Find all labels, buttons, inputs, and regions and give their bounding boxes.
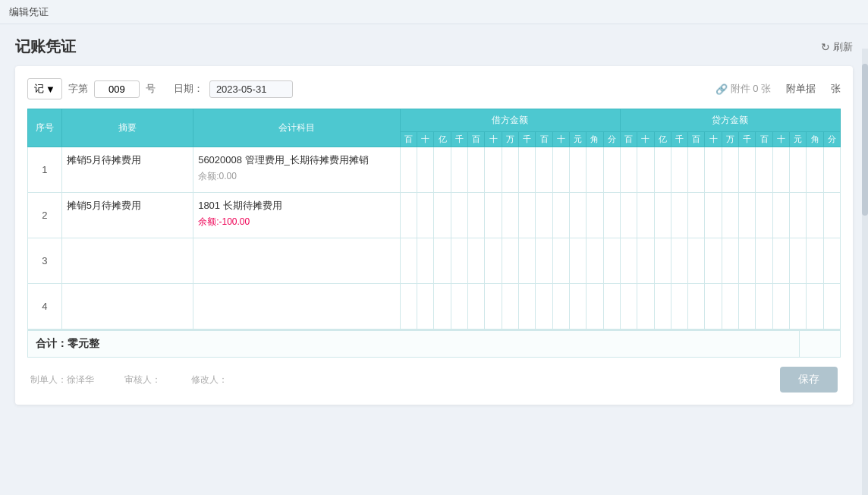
credit-digit-0-8[interactable] — [756, 147, 772, 193]
cell-account-3[interactable] — [193, 284, 401, 329]
debit-digit-1-9[interactable] — [552, 193, 569, 238]
credit-digit-1-1[interactable] — [637, 193, 654, 238]
credit-digit-0-3[interactable] — [671, 147, 687, 193]
credit-digit-2-7[interactable] — [739, 238, 756, 284]
credit-digit-3-1[interactable] — [637, 284, 654, 329]
cell-account-0[interactable]: 56020008 管理费用_长期待摊费用摊销余额:0.00 — [193, 147, 401, 193]
credit-digit-1-0[interactable] — [620, 193, 637, 238]
credit-digit-0-10[interactable] — [790, 147, 807, 193]
credit-digit-0-11[interactable] — [807, 147, 823, 193]
debit-digit-1-2[interactable] — [434, 193, 451, 238]
cell-summary-3[interactable] — [61, 284, 193, 329]
credit-digit-3-8[interactable] — [756, 284, 772, 329]
credit-digit-0-5[interactable] — [705, 147, 722, 193]
debit-digit-0-5[interactable] — [485, 147, 502, 193]
debit-digit-3-11[interactable] — [587, 284, 603, 329]
debit-digit-3-10[interactable] — [569, 284, 586, 329]
credit-digit-1-4[interactable] — [688, 193, 705, 238]
credit-digit-3-5[interactable] — [705, 284, 722, 329]
debit-digit-3-5[interactable] — [485, 284, 502, 329]
credit-digit-2-4[interactable] — [688, 238, 705, 284]
credit-digit-1-11[interactable] — [807, 193, 823, 238]
scrollbar-track[interactable] — [862, 49, 868, 495]
debit-digit-0-11[interactable] — [587, 147, 603, 193]
ji-dropdown[interactable]: 记 ▼ — [27, 78, 62, 99]
cell-account-2[interactable] — [193, 238, 401, 284]
debit-digit-2-12[interactable] — [603, 238, 620, 284]
debit-digit-0-7[interactable] — [519, 147, 536, 193]
refresh-button[interactable]: ↻ 刷新 — [821, 40, 853, 54]
fudanju-link[interactable]: 附单据 — [786, 82, 816, 96]
debit-digit-2-11[interactable] — [587, 238, 603, 284]
debit-digit-1-3[interactable] — [451, 193, 467, 238]
credit-digit-2-5[interactable] — [705, 238, 722, 284]
debit-digit-2-0[interactable] — [400, 238, 417, 284]
credit-digit-2-1[interactable] — [637, 238, 654, 284]
debit-digit-1-11[interactable] — [587, 193, 603, 238]
cell-account-1[interactable]: 1801 长期待摊费用余额:-100.00 — [193, 193, 401, 238]
debit-digit-2-5[interactable] — [485, 238, 502, 284]
credit-digit-3-4[interactable] — [688, 284, 705, 329]
credit-digit-1-8[interactable] — [756, 193, 772, 238]
credit-digit-3-11[interactable] — [807, 284, 823, 329]
debit-digit-1-10[interactable] — [569, 193, 586, 238]
credit-digit-3-0[interactable] — [620, 284, 637, 329]
credit-digit-2-11[interactable] — [807, 238, 823, 284]
credit-digit-2-3[interactable] — [671, 238, 687, 284]
credit-digit-0-1[interactable] — [637, 147, 654, 193]
credit-digit-0-9[interactable] — [772, 147, 789, 193]
debit-digit-0-0[interactable] — [400, 147, 417, 193]
credit-digit-1-7[interactable] — [739, 193, 756, 238]
debit-digit-1-1[interactable] — [417, 193, 434, 238]
credit-digit-1-9[interactable] — [772, 193, 789, 238]
attachment-link[interactable]: 🔗 附件 0 张 — [715, 82, 771, 96]
debit-digit-1-12[interactable] — [603, 193, 620, 238]
credit-digit-0-7[interactable] — [739, 147, 756, 193]
credit-digit-2-2[interactable] — [654, 238, 671, 284]
credit-digit-1-6[interactable] — [722, 193, 738, 238]
credit-digit-1-12[interactable] — [823, 193, 840, 238]
debit-digit-0-3[interactable] — [451, 147, 467, 193]
debit-digit-0-9[interactable] — [552, 147, 569, 193]
credit-digit-3-2[interactable] — [654, 284, 671, 329]
credit-digit-2-10[interactable] — [790, 238, 807, 284]
credit-digit-3-10[interactable] — [790, 284, 807, 329]
debit-digit-2-4[interactable] — [468, 238, 485, 284]
debit-digit-0-8[interactable] — [536, 147, 552, 193]
credit-digit-3-7[interactable] — [739, 284, 756, 329]
credit-digit-0-2[interactable] — [654, 147, 671, 193]
credit-digit-0-12[interactable] — [823, 147, 840, 193]
credit-digit-0-6[interactable] — [722, 147, 738, 193]
debit-digit-1-6[interactable] — [502, 193, 518, 238]
debit-digit-1-7[interactable] — [519, 193, 536, 238]
debit-digit-2-1[interactable] — [417, 238, 434, 284]
credit-digit-2-12[interactable] — [823, 238, 840, 284]
debit-digit-0-2[interactable] — [434, 147, 451, 193]
debit-digit-3-3[interactable] — [451, 284, 467, 329]
date-input[interactable] — [209, 80, 293, 98]
debit-digit-3-6[interactable] — [502, 284, 518, 329]
cell-summary-0[interactable]: 摊销5月待摊费用 — [61, 147, 193, 193]
debit-digit-3-2[interactable] — [434, 284, 451, 329]
debit-digit-2-10[interactable] — [569, 238, 586, 284]
debit-digit-0-12[interactable] — [603, 147, 620, 193]
credit-digit-3-12[interactable] — [823, 284, 840, 329]
debit-digit-3-12[interactable] — [603, 284, 620, 329]
debit-digit-2-8[interactable] — [536, 238, 552, 284]
debit-digit-2-6[interactable] — [502, 238, 518, 284]
credit-digit-1-5[interactable] — [705, 193, 722, 238]
credit-digit-2-0[interactable] — [620, 238, 637, 284]
debit-digit-3-7[interactable] — [519, 284, 536, 329]
debit-digit-3-1[interactable] — [417, 284, 434, 329]
debit-digit-0-1[interactable] — [417, 147, 434, 193]
zi-input[interactable] — [94, 80, 140, 98]
debit-digit-3-9[interactable] — [552, 284, 569, 329]
debit-digit-2-2[interactable] — [434, 238, 451, 284]
credit-digit-2-6[interactable] — [722, 238, 738, 284]
debit-digit-2-9[interactable] — [552, 238, 569, 284]
debit-digit-0-6[interactable] — [502, 147, 518, 193]
credit-digit-0-0[interactable] — [620, 147, 637, 193]
debit-digit-2-7[interactable] — [519, 238, 536, 284]
credit-digit-1-3[interactable] — [671, 193, 687, 238]
credit-digit-2-9[interactable] — [772, 238, 789, 284]
